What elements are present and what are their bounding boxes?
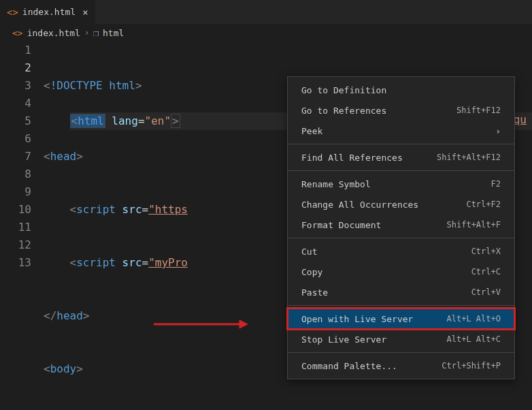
menu-divider (288, 305, 514, 306)
context-menu: Go to Definition Go to ReferencesShift+F… (287, 76, 515, 379)
menu-peek[interactable]: Peek› (288, 121, 514, 141)
menu-divider (288, 144, 514, 144)
chevron-right-icon: › (84, 28, 89, 37)
breadcrumb[interactable]: <> index.html › ❒ html (0, 24, 532, 42)
html-file-icon: <> (7, 7, 18, 18)
menu-divider (288, 170, 514, 171)
menu-divider (288, 238, 514, 238)
menu-goto-definition[interactable]: Go to Definition (288, 80, 514, 100)
menu-stop-live-server[interactable]: Stop Live ServerAlt+L Alt+C (288, 329, 514, 349)
menu-copy[interactable]: CopyCtrl+C (288, 262, 514, 282)
symbol-icon: ❒ (93, 28, 99, 38)
menu-command-palette[interactable]: Command Palette...Ctrl+Shift+P (288, 356, 514, 376)
breadcrumb-file[interactable]: index.html (27, 28, 80, 38)
tab-bar: <> index.html × (0, 0, 532, 24)
menu-format-document[interactable]: Format DocumentShift+Alt+F (288, 215, 514, 235)
menu-divider (288, 352, 514, 353)
tab-filename: index.html (22, 7, 76, 17)
menu-cut[interactable]: CutCtrl+X (288, 241, 514, 262)
line-numbers: 1 2 3 4 5 6 7 8 9 10 11 12 13 (0, 42, 44, 410)
menu-goto-references[interactable]: Go to ReferencesShift+F12 (288, 100, 514, 121)
menu-rename-symbol[interactable]: Rename SymbolF2 (288, 174, 514, 194)
breadcrumb-symbol[interactable]: html (103, 28, 124, 38)
tab-index-html[interactable]: <> index.html × (0, 0, 96, 24)
chevron-right-icon: › (495, 126, 501, 136)
close-icon[interactable]: × (82, 7, 88, 18)
menu-find-all-references[interactable]: Find All ReferencesShift+Alt+F12 (288, 147, 514, 168)
menu-change-all-occurrences[interactable]: Change All OccurrencesCtrl+F2 (288, 194, 514, 215)
menu-paste[interactable]: PasteCtrl+V (288, 282, 514, 302)
menu-open-with-live-server[interactable]: Open with Live ServerAlt+L Alt+O (288, 309, 514, 329)
html-file-icon: <> (12, 28, 23, 38)
